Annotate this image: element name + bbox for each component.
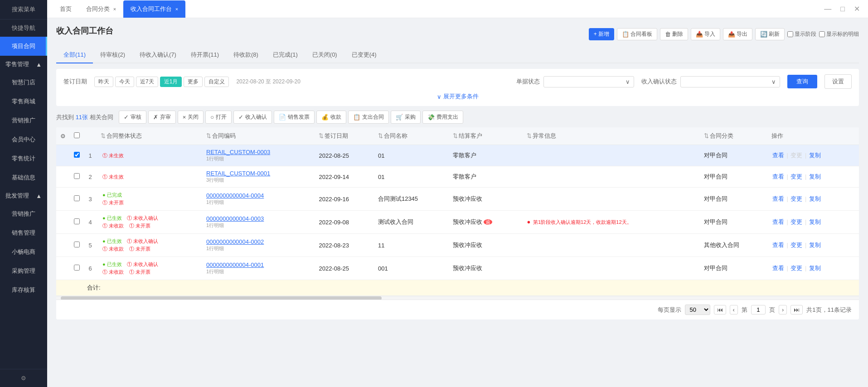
sidebar-item-member[interactable]: 会员中心	[0, 130, 47, 149]
window-maximize[interactable]: □	[838, 4, 848, 14]
table-row: 2 ① 未生效 RETAIL_CUSTOM-0001 3行明细 2022-09-…	[56, 166, 859, 188]
sidebar-item-base-info[interactable]: 基础信息	[0, 168, 47, 187]
tab-contract-cat[interactable]: 合同分类 ×	[79, 0, 123, 18]
row5-op-view[interactable]: 查看	[771, 242, 785, 248]
date-btn-custom[interactable]: 自定义	[204, 77, 229, 87]
col-sign-date: ⇅签订日期	[315, 127, 374, 145]
row6-code-link[interactable]: 0000000000004-0001	[206, 261, 264, 268]
first-page-btn[interactable]: ⏮	[714, 305, 726, 314]
row4-code-link[interactable]: 0000000000004-0003	[206, 215, 264, 222]
filter-tab-pending-invoice[interactable]: 待开票(11)	[184, 47, 226, 63]
btn-export[interactable]: 📤 导出	[723, 28, 752, 40]
filter-tab-pending-review[interactable]: 待审核(2)	[93, 47, 132, 63]
btn-new[interactable]: + 新增	[589, 28, 614, 40]
row6-op-view[interactable]: 查看	[771, 265, 785, 271]
tab-contract-cat-close[interactable]: ×	[113, 6, 116, 12]
sidebar-item-retail-stat[interactable]: 零售统计	[0, 149, 47, 168]
filter-tab-all[interactable]: 全部(11)	[56, 47, 93, 63]
sidebar-item-inventory[interactable]: 库存核算	[0, 281, 47, 300]
sidebar-item-marketing2[interactable]: 营销推广	[0, 204, 47, 223]
btn-refresh[interactable]: 🔄 刷新	[755, 28, 785, 40]
select-all-checkbox[interactable]	[74, 132, 80, 138]
delete-icon: 🗑	[665, 31, 671, 38]
sidebar-settings[interactable]: ⚙	[0, 369, 47, 387]
row1-check[interactable]	[70, 145, 83, 166]
date-btn-last7[interactable]: 近7天	[136, 77, 158, 87]
sidebar-item-sales[interactable]: 销售管理	[0, 223, 47, 242]
btn-import[interactable]: 📥 导入	[691, 28, 720, 40]
window-close[interactable]: ✕	[851, 4, 863, 14]
sidebar-item-retail-mall[interactable]: 零售商城	[0, 92, 47, 111]
row5-op-copy[interactable]: 复制	[808, 242, 822, 248]
date-btn-yesterday[interactable]: 昨天	[94, 77, 113, 87]
row3-op-view[interactable]: 查看	[771, 195, 785, 202]
row2-op-view[interactable]: 查看	[771, 173, 785, 180]
doc-status-select[interactable]: ∨	[543, 76, 634, 87]
toolbar-btn-expense[interactable]: 💸 费用支出	[422, 111, 463, 124]
col-gear[interactable]: ⚙	[56, 127, 70, 145]
sidebar-item-purchase[interactable]: 采购管理	[0, 261, 47, 281]
date-btn-more[interactable]: 更多	[184, 77, 203, 87]
sidebar-item-batch[interactable]: 批发管理▲	[0, 187, 47, 204]
btn-kanban[interactable]: 📋 合同看板	[617, 28, 657, 40]
row4-op-change[interactable]: 变更	[790, 218, 803, 225]
row2-code-link[interactable]: RETAIL_CUSTOM-0001	[206, 170, 270, 177]
toolbar-btn-open[interactable]: ○ 打开	[205, 111, 232, 124]
tab-income-workbench-close[interactable]: ×	[175, 6, 178, 12]
table-row: 6 ● 已生效 ① 未收入确认 ① 未收款 ① 未开票 000000000000…	[56, 257, 859, 280]
sidebar-item-smart-store[interactable]: 智慧门店	[0, 73, 47, 92]
toolbar-btn-sales-invoice[interactable]: 📄 销售发票	[274, 111, 315, 124]
tab-home[interactable]: 首页	[53, 0, 79, 18]
row1-op-change[interactable]: 变更	[790, 152, 803, 159]
show-detail-checkbox[interactable]: 显示标的明细	[819, 30, 859, 38]
next-page-btn[interactable]: ›	[779, 305, 787, 314]
income-confirm-select[interactable]: ∨	[680, 76, 780, 87]
filter-tab-completed[interactable]: 已完成(1)	[266, 47, 305, 63]
toolbar-btn-purchase[interactable]: 🛒 采购	[391, 111, 421, 124]
row3-op-change[interactable]: 变更	[790, 195, 803, 202]
row1-op-view[interactable]: 查看	[771, 152, 785, 159]
show-segment-checkbox[interactable]: 显示阶段	[787, 30, 816, 38]
tab-income-workbench[interactable]: 收入合同工作台 ×	[123, 0, 185, 18]
page-number-input[interactable]	[751, 305, 766, 314]
toolbar-btn-close[interactable]: × 关闭	[178, 111, 204, 124]
sidebar-nav[interactable]: 快捷导航	[0, 19, 47, 37]
filter-tab-closed[interactable]: 已关闭(0)	[305, 47, 344, 63]
row3-code-link[interactable]: 0000000000004-0004	[206, 192, 264, 199]
toolbar-btn-income-confirm[interactable]: ✓ 收入确认	[233, 111, 272, 124]
row4-op-copy[interactable]: 复制	[808, 218, 822, 225]
date-btn-last1month[interactable]: 近1月	[160, 77, 182, 87]
btn-set[interactable]: 设置	[824, 74, 852, 89]
sidebar-item-marketing[interactable]: 营销推广	[0, 111, 47, 130]
toolbar-btn-payout[interactable]: 📋 支出合同	[348, 111, 389, 124]
filter-tab-pending-income[interactable]: 待收入确认(7)	[132, 47, 184, 63]
toolbar-btn-review[interactable]: ✓ 审核	[119, 111, 146, 124]
toolbar-btn-collect[interactable]: 💰 收款	[316, 111, 346, 124]
per-page-select[interactable]: 50 20 100	[685, 305, 710, 315]
row4-op-view[interactable]: 查看	[771, 218, 785, 225]
toolbar-btn-abandon[interactable]: ✗ 弃审	[148, 111, 176, 124]
sidebar-item-project[interactable]: 项目合同	[0, 37, 47, 56]
row6-op-copy[interactable]: 复制	[808, 265, 822, 271]
sidebar-item-ecom[interactable]: 小畅电商	[0, 242, 47, 261]
row1-op-copy[interactable]: 复制	[808, 152, 822, 159]
last-page-btn[interactable]: ⏭	[790, 305, 803, 314]
top-actions: + 新增 📋 合同看板 🗑 删除 📥 导入 📤 导出 🔄 刷新 显示阶段 显示标…	[589, 28, 859, 40]
sidebar-search[interactable]: 搜索菜单	[0, 0, 47, 19]
btn-query[interactable]: 查询	[787, 75, 817, 88]
row5-code-link[interactable]: 0000000000004-0002	[206, 238, 264, 245]
btn-delete[interactable]: 🗑 删除	[660, 28, 688, 40]
row2-op-change[interactable]: 变更	[790, 173, 803, 180]
window-minimize[interactable]: —	[821, 4, 834, 14]
filter-tab-changed[interactable]: 已变更(4)	[344, 47, 384, 63]
row5-op-change[interactable]: 变更	[790, 242, 803, 248]
sidebar-item-retail[interactable]: 零售管理▲	[0, 56, 47, 73]
row1-code-link[interactable]: RETAIL_CUSTOM-0003	[206, 149, 270, 155]
filter-tab-pending-payment[interactable]: 待收款(8)	[226, 47, 266, 63]
date-btn-today[interactable]: 今天	[115, 77, 134, 87]
prev-page-btn[interactable]: ‹	[730, 305, 738, 314]
row3-op-copy[interactable]: 复制	[808, 195, 822, 202]
row2-op-copy[interactable]: 复制	[808, 173, 822, 180]
row6-op-change[interactable]: 变更	[790, 265, 803, 271]
expand-conditions[interactable]: ∨ 展开更多条件	[437, 92, 479, 101]
